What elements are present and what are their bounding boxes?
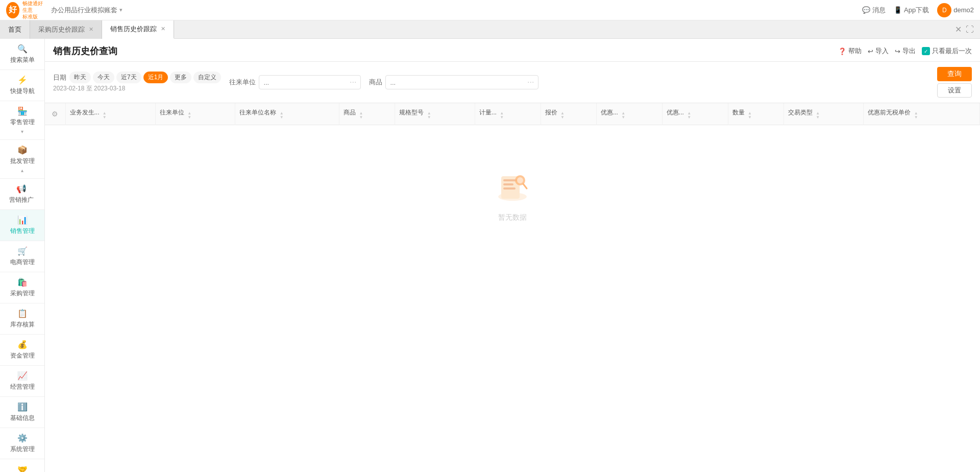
sort-arrows-quantity[interactable]: ▲▼ [748, 111, 752, 120]
help-btn[interactable]: ❓ 帮助 [838, 46, 862, 56]
wholesale-icon: 📦 [17, 145, 28, 155]
date-btn-last1month[interactable]: 近1月 [143, 72, 168, 83]
date-btn-custom[interactable]: 自定义 [193, 72, 221, 83]
sort-arrows-partner-name[interactable]: ▲▼ [280, 111, 284, 120]
th-quantity-label: 数量 [732, 109, 745, 116]
table-header-row: ⚙ 业务发生... ▲▼ 往来单位 ▲▼ 往来单位名称 ▲▼ [45, 103, 980, 125]
app-download-btn[interactable]: 📱 App下载 [894, 6, 929, 15]
export-icon: ↪ [895, 48, 900, 55]
sidebar-item-basic-info[interactable]: ℹ️ 基础信息 [0, 397, 44, 428]
sort-arrows-trade-type[interactable]: ▲▼ [816, 111, 820, 120]
th-pre-tax-price: 优惠前无税单价 ▲▼ [864, 103, 980, 125]
sidebar-item-operations-mgmt[interactable]: 📈 经营管理 [0, 366, 44, 397]
app-download-label: App下载 [904, 6, 929, 15]
partner-input[interactable] [263, 79, 350, 86]
sidebar: 🔍 搜索菜单 ⚡ 快捷导航 🏪 零售管理 ▾ 📦 批发管理 ▴ 📢 营销推广 📊… [0, 39, 45, 472]
messages-btn[interactable]: 💬 消息 [862, 6, 886, 15]
th-biz-date-label: 业务发生... [70, 109, 100, 116]
tab-fullscreen-icon[interactable]: ⛶ [966, 25, 974, 34]
tab-sales-history[interactable]: 销售历史价跟踪 ✕ [102, 20, 174, 39]
tab-purchase-label: 采购历史价跟踪 [38, 25, 85, 34]
tab-purchase-close[interactable]: ✕ [89, 26, 93, 33]
sort-arrows-pre-tax-price[interactable]: ▲▼ [914, 111, 918, 120]
th-goods: 商品 ▲▼ [339, 103, 395, 125]
goods-dots-icon[interactable]: ··· [527, 78, 534, 87]
date-range-text: 2023-02-18 至 2023-03-18 [53, 84, 221, 93]
download-icon: 📱 [894, 6, 902, 14]
sidebar-label-marketing: 营销推广 [9, 196, 34, 204]
top-bar: 好 畅捷通好生意 标准版 办公用品行业模拟账套 ▾ 💬 消息 📱 App下载 D… [0, 0, 980, 20]
goods-input[interactable] [390, 79, 527, 86]
tab-sales-label: 销售历史价跟踪 [110, 25, 157, 34]
content-area: 销售历史价查询 ❓ 帮助 ↩ 导入 ↪ 导出 ✓ [45, 39, 980, 472]
tab-close-all-icon[interactable]: ✕ [955, 25, 962, 34]
sidebar-label-retail-mgmt: 零售管理 [10, 118, 35, 127]
sort-arrows-biz-date[interactable]: ▲▼ [103, 111, 107, 120]
salesmgmt-icon: 📊 [17, 215, 28, 225]
th-settings: ⚙ [45, 103, 65, 125]
title-dropdown-icon[interactable]: ▾ [119, 7, 122, 13]
sidebar-item-marketing[interactable]: 📢 营销推广 [0, 179, 44, 210]
sidebar-item-enterprise-coop[interactable]: 🤝 企业协同 [0, 459, 44, 472]
export-btn[interactable]: ↪ 导出 [895, 46, 916, 56]
sidebar-label-ecommerce-mgmt: 电商管理 [10, 258, 35, 267]
th-unit-label: 计量... [479, 109, 497, 116]
page-title: 销售历史价查询 [53, 45, 117, 57]
table-settings-icon[interactable]: ⚙ [52, 110, 58, 118]
partner-dots-icon[interactable]: ··· [350, 78, 356, 87]
sort-arrows-partner-code[interactable]: ▲▼ [187, 111, 191, 120]
sidebar-item-retail-mgmt[interactable]: 🏪 零售管理 ▾ [0, 101, 44, 140]
sidebar-label-sales-mgmt: 销售管理 [10, 227, 35, 235]
inventory-icon: 📋 [17, 309, 28, 318]
settings-button[interactable]: 设置 [937, 83, 972, 98]
quicknav-icon: ⚡ [17, 75, 28, 85]
th-biz-date: 业务发生... ▲▼ [65, 103, 155, 125]
page-header: 销售历史价查询 ❓ 帮助 ↩ 导入 ↪ 导出 ✓ [45, 39, 980, 62]
th-unit: 计量... ▲▼ [475, 103, 541, 125]
date-btn-today[interactable]: 今天 [93, 72, 114, 83]
sort-arrows-discount2[interactable]: ▲▼ [687, 111, 691, 120]
sort-arrows-quote[interactable]: ▲▼ [560, 111, 565, 120]
query-button[interactable]: 查询 [937, 67, 972, 81]
tab-home[interactable]: 首页 [0, 20, 30, 39]
sidebar-item-search-menu[interactable]: 🔍 搜索菜单 [0, 39, 44, 70]
tab-purchase-history[interactable]: 采购历史价跟踪 ✕ [30, 20, 102, 39]
date-btn-more[interactable]: 更多 [170, 72, 191, 83]
date-filter-group: 日期 昨天 今天 近7天 近1月 更多 自定义 2023-02-18 至 202… [53, 72, 221, 93]
user-area[interactable]: D demo2 [937, 3, 974, 17]
page-actions: ❓ 帮助 ↩ 导入 ↪ 导出 ✓ 只看最后一次 [838, 46, 972, 56]
sidebar-item-purchase-mgmt[interactable]: 🛍️ 采购管理 [0, 272, 44, 303]
tab-sales-close[interactable]: ✕ [161, 26, 165, 32]
tab-bar: 首页 采购历史价跟踪 ✕ 销售历史价跟踪 ✕ ✕ ⛶ [0, 20, 980, 39]
sort-arrows-discount1[interactable]: ▲▼ [621, 111, 625, 120]
sidebar-item-finance-mgmt[interactable]: 💰 资金管理 [0, 335, 44, 366]
ecommerce-icon: 🛒 [17, 246, 28, 256]
sidebar-item-system-mgmt[interactable]: ⚙️ 系统管理 [0, 428, 44, 459]
avatar: D [937, 3, 951, 17]
sidebar-item-inventory[interactable]: 📋 库存核算 [0, 303, 44, 335]
page-title-row: 销售历史价查询 ❓ 帮助 ↩ 导入 ↪ 导出 ✓ [53, 45, 972, 61]
sort-arrows-unit[interactable]: ▲▼ [500, 111, 504, 120]
th-trade-type-label: 交易类型 [788, 109, 813, 116]
sidebar-item-sales-mgmt[interactable]: 📊 销售管理 [0, 210, 44, 241]
date-btn-yesterday[interactable]: 昨天 [69, 72, 91, 83]
th-discount1: 优惠... ▲▼ [596, 103, 662, 125]
sidebar-item-quick-nav[interactable]: ⚡ 快捷导航 [0, 70, 44, 101]
marketing-icon: 📢 [16, 184, 27, 194]
only-last-checkbox[interactable]: ✓ 只看最后一次 [922, 46, 972, 56]
basicinfo-icon: ℹ️ [17, 402, 28, 412]
sidebar-item-wholesale-mgmt[interactable]: 📦 批发管理 ▴ [0, 140, 44, 179]
date-label: 日期 [53, 73, 66, 82]
import-btn[interactable]: ↩ 导入 [868, 46, 889, 56]
sidebar-item-ecommerce-mgmt[interactable]: 🛒 电商管理 [0, 241, 44, 272]
sidebar-label-finance-mgmt: 资金管理 [10, 351, 35, 360]
th-quote-label: 报价 [545, 109, 557, 116]
import-icon: ↩ [868, 48, 873, 55]
user-name: demo2 [953, 6, 974, 14]
th-discount1-label: 优惠... [601, 109, 618, 116]
sort-arrows-goods[interactable]: ▲▼ [359, 111, 363, 120]
sort-arrows-spec[interactable]: ▲▼ [427, 111, 431, 120]
help-icon: ❓ [838, 48, 846, 55]
date-btn-last7days[interactable]: 近7天 [116, 72, 141, 83]
svg-point-6 [517, 177, 523, 183]
